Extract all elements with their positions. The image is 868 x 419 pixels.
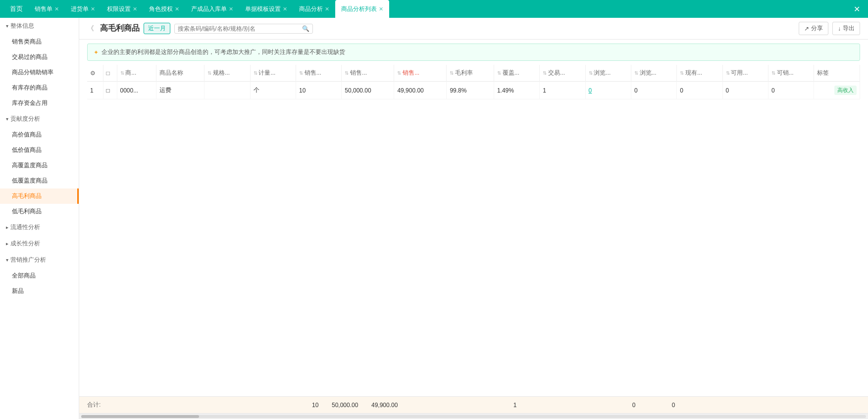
sidebar-group-overview[interactable]: ▾ 整体信息 <box>0 18 79 34</box>
col-gross-rate[interactable]: 毛利率 <box>447 65 494 82</box>
col-trade-count[interactable]: 交易... <box>540 65 585 82</box>
col-unit[interactable]: 计量... <box>250 65 296 82</box>
footer-trade-count: 1 <box>480 402 519 409</box>
group-growth-label: 成长性分析 <box>10 239 40 248</box>
col-sales-qty[interactable]: 销售... <box>296 65 341 82</box>
cell-index: 1 <box>87 82 103 99</box>
col-sales-profit[interactable]: 销售... <box>394 65 447 82</box>
footer-label: 合计: <box>87 401 101 409</box>
sidebar-group-contribution[interactable]: ▾ 贡献度分析 <box>0 111 79 127</box>
col-browse2[interactable]: 浏览... <box>631 65 676 82</box>
close-product-in-tab[interactable]: ✕ <box>229 6 233 12</box>
collapse-sidebar-button[interactable]: 《 <box>87 24 94 33</box>
tag-value: 高收入 <box>817 86 857 95</box>
sidebar-item-low-margin[interactable]: 低毛利商品 <box>0 204 79 219</box>
sidebar-item-all-goods[interactable]: 全部商品 <box>0 268 79 283</box>
info-icon: ✦ <box>94 49 99 56</box>
banner-text: 企业的主要的利润都是这部分商品创造的，可考虑加大推广，同时关注库存量是不要出现缺… <box>102 48 345 56</box>
col-code[interactable]: 商... <box>117 65 156 82</box>
footer-sales-qty: 10 <box>282 402 321 409</box>
sidebar-item-stock-goods[interactable]: 有库存的商品 <box>0 80 79 95</box>
sidebar-item-stock-capital[interactable]: 库存资金占用 <box>0 95 79 111</box>
table-header-row: ⚙ □ 商... 商品名称 规格... 计量... 销售... 销售... 销售… <box>87 65 860 82</box>
nav-template[interactable]: 单据模板设置 ✕ <box>239 0 293 18</box>
col-sales-amount[interactable]: 销售... <box>342 65 394 82</box>
sidebar-item-low-coverage[interactable]: 低覆盖度商品 <box>0 173 79 188</box>
sidebar-item-low-value[interactable]: 低价值商品 <box>0 142 79 158</box>
share-icon: ↗ <box>804 25 809 32</box>
search-icon[interactable]: 🔍 <box>302 25 309 32</box>
nav-product-analysis[interactable]: 商品分析 ✕ <box>293 0 335 18</box>
group-marketing-label: 营销推广分析 <box>10 256 46 264</box>
footer-available-stock: 0 <box>638 402 678 409</box>
data-table: ⚙ □ 商... 商品名称 规格... 计量... 销售... 销售... 销售… <box>87 65 860 99</box>
sidebar-item-high-margin[interactable]: 高毛利商品 <box>0 188 79 204</box>
col-available-stock[interactable]: 可用... <box>722 65 768 82</box>
group-contribution-label: 贡献度分析 <box>10 115 40 123</box>
nav-purchase[interactable]: 进货单 ✕ <box>65 0 101 18</box>
close-product-analysis-tab[interactable]: ✕ <box>325 6 329 12</box>
close-role-tab[interactable]: ✕ <box>175 6 179 12</box>
close-sales-tab[interactable]: ✕ <box>54 6 59 12</box>
group-growth-arrow: ▸ <box>6 241 8 246</box>
cell-current-stock: 0 <box>677 82 722 99</box>
cell-browse2: 0 <box>631 82 676 99</box>
main-layout: ▾ 整体信息 销售类商品 交易过的商品 商品分销助销率 有库存的商品 库存资金占… <box>0 18 868 419</box>
scrollbar-track[interactable] <box>81 415 866 418</box>
cell-browse1[interactable]: 0 <box>585 82 631 99</box>
cell-code: 0000... <box>117 82 156 99</box>
sidebar-item-sales-rate[interactable]: 商品分销助销率 <box>0 65 79 80</box>
horizontal-scrollbar[interactable] <box>79 413 868 419</box>
close-permission-tab[interactable]: ✕ <box>133 6 137 12</box>
page-title: 高毛利商品 <box>100 23 140 34</box>
export-button[interactable]: ↓ 导出 <box>832 22 860 35</box>
col-name: 商品名称 <box>156 65 204 82</box>
cell-sales-amount: 50,000.00 <box>342 82 394 99</box>
sidebar-group-growth[interactable]: ▸ 成长性分析 <box>0 235 79 252</box>
sidebar-item-high-value[interactable]: 高价值商品 <box>0 127 79 142</box>
close-purchase-tab[interactable]: ✕ <box>91 6 95 12</box>
col-spec[interactable]: 规格... <box>204 65 250 82</box>
close-template-tab[interactable]: ✕ <box>283 6 287 12</box>
sidebar-group-marketing[interactable]: ▾ 营销推广分析 <box>0 252 79 268</box>
col-browse1[interactable]: 浏览... <box>585 65 631 82</box>
cell-trade-count: 1 <box>540 82 585 99</box>
sidebar-item-traded-goods[interactable]: 交易过的商品 <box>0 49 79 65</box>
sidebar-group-liquidity[interactable]: ▸ 流通性分析 <box>0 219 79 235</box>
col-checkbox: □ <box>103 65 117 82</box>
tag-badge: 高收入 <box>834 86 857 95</box>
table-row: 1 □ 0000... 运费 个 10 50,000.00 49,900.00 … <box>87 82 860 99</box>
nav-product-in[interactable]: 产成品入库单 ✕ <box>185 0 239 18</box>
nav-sales[interactable]: 销售单 ✕ <box>29 0 65 18</box>
cell-available-stock: 0 <box>722 82 768 99</box>
col-cover-rate[interactable]: 覆盖... <box>494 65 539 82</box>
data-table-container: ⚙ □ 商... 商品名称 规格... 计量... 销售... 销售... 销售… <box>79 65 868 396</box>
search-input[interactable] <box>178 25 302 32</box>
content-area: 《 高毛利商品 近一月 🔍 ↗ 分享 ↓ 导出 ✦ 企业的主要的利润都是这部分商… <box>79 18 868 419</box>
cell-sales-qty: 10 <box>296 82 341 99</box>
close-product-analysis-list-tab[interactable]: ✕ <box>379 6 383 12</box>
nav-permission[interactable]: 权限设置 ✕ <box>101 0 143 18</box>
nav-home[interactable]: 首页 <box>4 0 29 18</box>
export-icon: ↓ <box>838 25 841 32</box>
cell-spec <box>204 82 250 99</box>
sidebar-item-sales-goods[interactable]: 销售类商品 <box>0 34 79 49</box>
col-saleable-stock[interactable]: 可销... <box>768 65 814 82</box>
col-settings[interactable]: ⚙ <box>87 65 103 82</box>
col-current-stock[interactable]: 现有... <box>677 65 722 82</box>
sidebar-item-new-goods[interactable]: 新品 <box>0 283 79 299</box>
nav-role[interactable]: 角色授权 ✕ <box>143 0 185 18</box>
top-navigation: 首页 销售单 ✕ 进货单 ✕ 权限设置 ✕ 角色授权 ✕ 产成品入库单 ✕ 单据… <box>0 0 868 18</box>
group-overview-label: 整体信息 <box>10 22 34 30</box>
sidebar-item-high-coverage[interactable]: 高覆盖度商品 <box>0 158 79 173</box>
share-button[interactable]: ↗ 分享 <box>799 22 828 35</box>
nav-product-analysis-list[interactable]: 商品分析列表 ✕ <box>335 0 389 18</box>
cell-checkbox[interactable]: □ <box>103 82 117 99</box>
col-tag: 标签 <box>814 65 860 82</box>
scrollbar-thumb[interactable] <box>81 415 199 418</box>
footer-sales-amount: 50,000.00 <box>321 402 361 409</box>
group-marketing-arrow: ▾ <box>6 257 8 263</box>
window-close-button[interactable]: ✕ <box>850 4 864 14</box>
period-recent-month-button[interactable]: 近一月 <box>144 23 170 34</box>
cell-tag: 高收入 <box>814 82 860 99</box>
